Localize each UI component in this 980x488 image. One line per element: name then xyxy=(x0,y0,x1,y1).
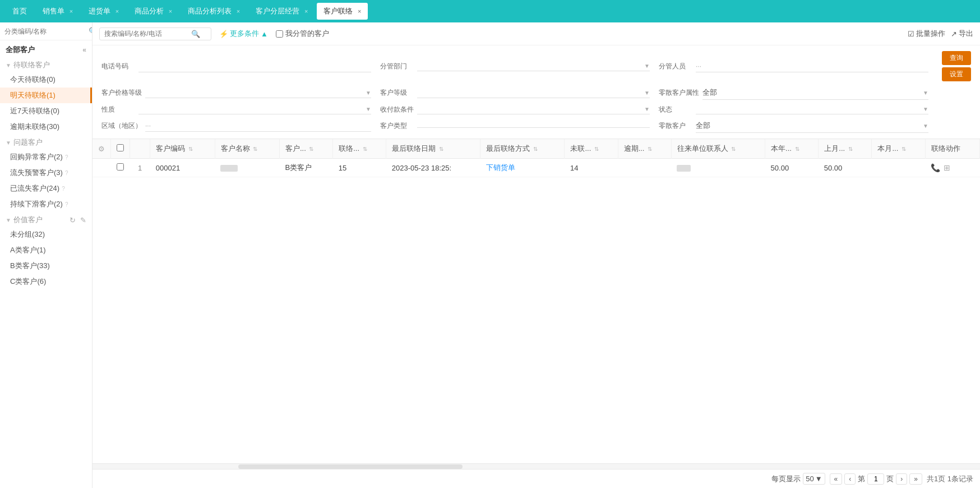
manager-field: 分管人员 ··· xyxy=(659,61,928,72)
close-customer-tier-icon[interactable]: × xyxy=(304,8,308,15)
phone-input[interactable] xyxy=(138,61,371,72)
customer-level-label: 客户等级 xyxy=(380,88,414,98)
last-method-header[interactable]: 最后联络方式 ⇅ xyxy=(480,139,565,159)
refresh-icon[interactable]: ↻ xyxy=(70,216,76,224)
search-input[interactable] xyxy=(104,30,188,38)
nav-customer-tier[interactable]: 客户分层经营 × xyxy=(249,3,315,20)
dots-icon[interactable]: ··· xyxy=(696,62,701,70)
row-this-year: 50.00 xyxy=(765,159,819,177)
this-year-header[interactable]: 本年... ⇅ xyxy=(765,139,819,159)
my-customers-checkbox[interactable]: 我分管的客户 xyxy=(276,29,329,39)
next-page-button[interactable]: › xyxy=(896,473,907,485)
status-select[interactable]: ▼ xyxy=(696,104,928,114)
overdue-header[interactable]: 逾期... ⇅ xyxy=(618,139,671,159)
sidebar-search-box[interactable]: 🔍 xyxy=(0,22,92,40)
sidebar-item-lost-risk[interactable]: 流失预警客户(3) ? xyxy=(0,165,92,181)
close-product-analysis-icon[interactable]: × xyxy=(169,8,172,15)
more-filter-button[interactable]: ⚡ 更多条件 ▲ xyxy=(216,27,271,40)
sidebar-item-continuous-decline[interactable]: 持续下滑客户(2) ? xyxy=(0,196,92,212)
nav-home[interactable]: 首页 xyxy=(6,3,34,20)
customer-level-field: 客户等级 ▼ xyxy=(380,88,650,98)
close-sales-icon[interactable]: × xyxy=(70,8,73,15)
sidebar-item-lost[interactable]: 已流失客户(24) ? xyxy=(0,181,92,196)
sidebar-item-today[interactable]: 今天待联络(0) xyxy=(0,72,92,88)
sidebar-item-7days[interactable]: 近7天待联络(0) xyxy=(0,103,92,119)
nav-purchase[interactable]: 进货单 × xyxy=(82,3,126,20)
my-customers-check-input[interactable] xyxy=(276,30,283,38)
sidebar-search-input[interactable] xyxy=(4,27,89,35)
retail-customer-select[interactable]: 全部 ▼ xyxy=(696,119,928,133)
last-date-header[interactable]: 最后联络日期 ⇅ xyxy=(386,139,480,159)
blurred-contact xyxy=(677,165,690,172)
reset-button[interactable]: 设置 xyxy=(942,67,971,81)
caret-icon-6: ▼ xyxy=(644,106,650,112)
first-page-button[interactable]: « xyxy=(830,473,843,485)
footer: 每页显示 50 ▼ « ‹ 第 页 › » 共1页 1条记录 xyxy=(93,469,980,488)
nav-product-analysis[interactable]: 商品分析 × xyxy=(128,3,179,20)
sidebar-item-tomorrow[interactable]: 明天待联络(1) xyxy=(0,88,92,103)
retail-attr-select[interactable]: 全部 ▼ xyxy=(702,86,928,100)
sidebar-item-class-c[interactable]: C类客户(6) xyxy=(0,274,92,289)
prev-page-button[interactable]: ‹ xyxy=(844,473,856,485)
horizontal-scrollbar[interactable] xyxy=(93,463,980,469)
sidebar-search-icon[interactable]: 🔍 xyxy=(89,27,93,35)
sidebar-item-repurchase-abnormal[interactable]: 回购异常客户(2) ? xyxy=(0,149,92,165)
search-icon[interactable]: 🔍 xyxy=(191,30,200,38)
nav-product-list[interactable]: 商品分析列表 × xyxy=(181,3,247,20)
sidebar-item-class-b[interactable]: B类客户(33) xyxy=(0,258,92,274)
query-button[interactable]: 查询 xyxy=(942,51,971,65)
caret-icon-7: ▼ xyxy=(923,106,928,112)
name-header[interactable]: 客户名称 ⇅ xyxy=(215,139,279,159)
edit-icon[interactable]: ✎ xyxy=(80,216,86,224)
uncontact-header[interactable]: 未联... ⇅ xyxy=(565,139,618,159)
contact-header[interactable]: 联络... ⇅ xyxy=(333,139,386,159)
collapse-icon[interactable]: « xyxy=(82,46,86,54)
last-page-button[interactable]: » xyxy=(909,473,922,485)
division-select[interactable]: ▼ xyxy=(417,61,650,71)
filter-row-1: 电话号码 分管部门 ▼ 分管人员 ··· 查询 设置 xyxy=(101,51,971,81)
search-box[interactable]: 🔍 xyxy=(99,27,211,40)
nav-customer-contact[interactable]: 客户联络 × xyxy=(317,3,368,20)
filter-row-2: 客户价格等级 ▼ 客户等级 ▼ 零散客户属性 全部 ▼ xyxy=(101,86,971,100)
pay-terms-select[interactable]: ▼ xyxy=(417,104,650,114)
gear-header[interactable]: ⚙ xyxy=(93,139,111,159)
page-number-input[interactable] xyxy=(867,473,884,485)
batch-op-button[interactable]: ☑ 批量操作 xyxy=(908,29,945,39)
region-dots-icon[interactable]: ··· xyxy=(145,122,151,130)
nature-select[interactable]: ▼ xyxy=(138,104,371,114)
sidebar-item-class-a[interactable]: A类客户(1) xyxy=(0,242,92,258)
code-header[interactable]: 客户编码 ⇅ xyxy=(150,139,215,159)
row-last-method[interactable]: 下销货单 xyxy=(480,159,565,177)
last-method-link[interactable]: 下销货单 xyxy=(486,163,515,172)
pay-terms-label: 收付款条件 xyxy=(380,105,414,114)
close-purchase-icon[interactable]: × xyxy=(115,8,119,15)
grid-action-icon[interactable]: ⊞ xyxy=(944,163,950,172)
phone-action-icon[interactable]: 📞 xyxy=(931,163,940,172)
sort-icon-tmonth: ⇅ xyxy=(902,146,906,152)
row-check-input[interactable] xyxy=(117,163,124,171)
region-select[interactable]: ··· xyxy=(145,120,371,132)
sidebar-all-customers[interactable]: 全部客户 « xyxy=(0,40,92,57)
caret-icon-4: ▼ xyxy=(923,90,928,96)
unit-contact-header[interactable]: 往来单位联系人 ⇅ xyxy=(671,139,765,159)
export-button[interactable]: ↗ 导出 xyxy=(951,29,973,39)
last-month-header[interactable]: 上月... ⇅ xyxy=(819,139,872,159)
blurred-name xyxy=(220,165,238,172)
row-last-month: 50.00 xyxy=(819,159,872,177)
customer-type-select[interactable] xyxy=(417,124,650,128)
value-tier-select[interactable]: ▼ xyxy=(145,88,371,98)
close-product-list-icon[interactable]: × xyxy=(237,8,240,15)
nav-sales[interactable]: 销售单 × xyxy=(36,3,80,20)
close-customer-contact-icon[interactable]: × xyxy=(358,8,361,15)
sidebar-item-overdue[interactable]: 逾期未联络(30) xyxy=(0,119,92,135)
sidebar-item-ungrouped[interactable]: 未分组(32) xyxy=(0,227,92,242)
page-size-select[interactable]: 50 ▼ xyxy=(803,473,825,485)
checkbox-header[interactable] xyxy=(111,139,130,159)
customer-level-select[interactable]: ▼ xyxy=(417,88,650,98)
type-header[interactable]: 客户... ⇅ xyxy=(279,139,332,159)
this-month-header[interactable]: 本月... ⇅ xyxy=(872,139,925,159)
manager-select[interactable]: ··· xyxy=(696,61,928,72)
sidebar-group-problem: ▼ 问题客户 xyxy=(0,135,92,149)
row-checkbox[interactable] xyxy=(111,159,130,177)
select-all-checkbox[interactable] xyxy=(117,144,124,151)
